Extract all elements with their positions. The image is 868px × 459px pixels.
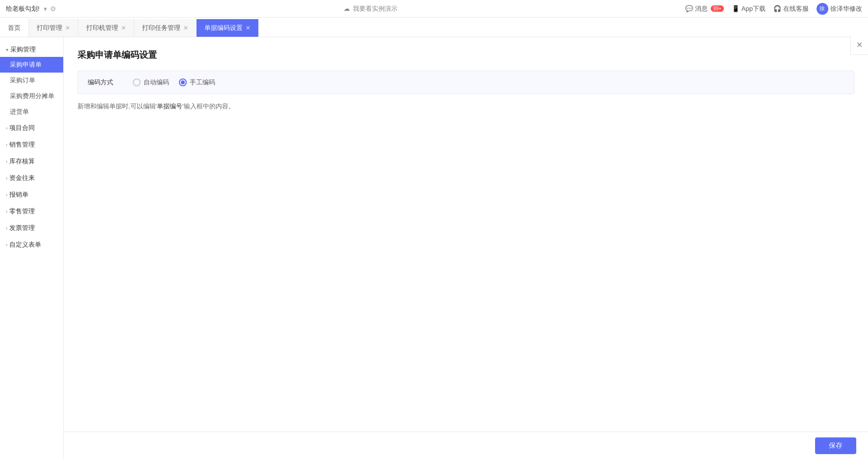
top-bar: 给老板勾划! ▾ ⚙ ☁ 我要看实例演示 💬 消息 99+ 📱 App下载 🎧 … bbox=[0, 0, 868, 18]
phone-icon: 📱 bbox=[732, 5, 740, 12]
tab-print-mgmt[interactable]: 打印管理 ✕ bbox=[29, 19, 78, 37]
chevron-right-icon-sales: › bbox=[6, 142, 7, 148]
encoding-label: 编码方式 bbox=[88, 78, 113, 87]
headset-icon: 🎧 bbox=[773, 5, 781, 12]
sidebar-group-returns[interactable]: › 报销单 bbox=[0, 186, 63, 203]
tab-print-mgmt-label: 打印管理 bbox=[37, 24, 62, 32]
sidebar-group-retail-mgmt[interactable]: › 零售管理 bbox=[0, 203, 63, 220]
chevron-right-icon-inventory: › bbox=[6, 159, 7, 164]
message-button[interactable]: 💬 消息 99+ bbox=[685, 4, 724, 13]
sidebar-item-stock-in[interactable]: 进货单 bbox=[0, 104, 63, 120]
message-badge: 99+ bbox=[711, 5, 724, 12]
demo-link[interactable]: ☁ 我要看实例演示 bbox=[344, 4, 397, 13]
auto-code-radio-circle bbox=[133, 78, 141, 86]
tab-print-task-close[interactable]: ✕ bbox=[183, 25, 188, 31]
sidebar-item-purchase-expense[interactable]: 采购费用分摊单 bbox=[0, 88, 63, 104]
sidebar-group-invoice-mgmt[interactable]: › 发票管理 bbox=[0, 220, 63, 236]
message-icon: 💬 bbox=[685, 5, 693, 12]
tab-print-task-label: 打印任务管理 bbox=[142, 24, 180, 32]
sidebar: ▾ 采购管理 采购申请单 采购订单 采购费用分摊单 进货单 › 项目合同 › 销… bbox=[0, 37, 64, 459]
top-bar-left: 给老板勾划! ▾ ⚙ bbox=[6, 4, 56, 13]
auto-code-label: 自动编码 bbox=[144, 78, 169, 87]
tab-barcode-settings-label: 单据编码设置 bbox=[204, 24, 243, 32]
settings-icon[interactable]: ⚙ bbox=[50, 5, 56, 13]
avatar: 徐 bbox=[817, 3, 828, 15]
chevron-right-icon-invoice: › bbox=[6, 226, 7, 231]
encoding-radio-group: 自动编码 手工编码 bbox=[133, 78, 215, 87]
tab-printer-mgmt[interactable]: 打印机管理 ✕ bbox=[78, 19, 134, 37]
chevron-right-icon-returns: › bbox=[6, 192, 7, 198]
user-profile-button[interactable]: 徐 徐泽华修改 bbox=[817, 3, 862, 15]
page-title: 采购申请单编码设置 bbox=[77, 49, 854, 61]
save-button[interactable]: 保存 bbox=[815, 437, 856, 454]
sidebar-group-purchase-mgmt[interactable]: ▾ 采购管理 bbox=[0, 41, 63, 57]
sidebar-item-purchase-order[interactable]: 采购订单 bbox=[0, 73, 63, 88]
tab-printer-mgmt-label: 打印机管理 bbox=[86, 24, 118, 32]
hint-text-before: 新增和编辑单据时,可以编辑' bbox=[77, 102, 157, 110]
online-service-button[interactable]: 🎧 在线客服 bbox=[773, 4, 809, 13]
sidebar-item-purchase-request[interactable]: 采购申请单 bbox=[0, 57, 63, 73]
auto-code-radio[interactable]: 自动编码 bbox=[133, 78, 169, 87]
hint-text: 新增和编辑单据时,可以编辑'单据编号'输入框中的内容。 bbox=[77, 102, 854, 111]
hint-text-after: '输入框中的内容。 bbox=[182, 102, 234, 110]
top-bar-controls[interactable]: ▾ ⚙ bbox=[44, 5, 56, 13]
tab-bar: 首页 打印管理 ✕ 打印机管理 ✕ 打印任务管理 ✕ 单据编码设置 ✕ ✕ bbox=[0, 18, 868, 37]
chevron-right-icon-project: › bbox=[6, 126, 7, 131]
content-body: 采购申请单编码设置 编码方式 自动编码 手工编码 新增和编辑单据时,可 bbox=[64, 37, 868, 432]
chevron-right-icon-retail: › bbox=[6, 209, 7, 214]
sidebar-group-capital[interactable]: › 资金往来 bbox=[0, 170, 63, 186]
dropdown-icon[interactable]: ▾ bbox=[44, 5, 47, 13]
chevron-right-icon-custom: › bbox=[6, 242, 7, 248]
manual-code-radio-circle bbox=[179, 78, 187, 86]
chevron-down-icon: ▾ bbox=[6, 47, 8, 52]
chevron-right-icon-capital: › bbox=[6, 176, 7, 181]
sidebar-group-inventory[interactable]: › 库存核算 bbox=[0, 153, 63, 170]
tab-printer-mgmt-close[interactable]: ✕ bbox=[121, 25, 126, 31]
tab-print-task[interactable]: 打印任务管理 ✕ bbox=[134, 19, 197, 37]
tab-home-label: 首页 bbox=[8, 24, 21, 32]
encoding-section: 编码方式 自动编码 手工编码 bbox=[77, 71, 854, 94]
content-area: 采购申请单编码设置 编码方式 自动编码 手工编码 新增和编辑单据时,可 bbox=[64, 37, 868, 459]
top-bar-right: 💬 消息 99+ 📱 App下载 🎧 在线客服 徐 徐泽华修改 bbox=[685, 3, 862, 15]
tab-barcode-settings[interactable]: 单据编码设置 ✕ bbox=[197, 19, 259, 37]
hint-highlight: 单据编号 bbox=[157, 102, 182, 110]
sidebar-group-sales-mgmt[interactable]: › 销售管理 bbox=[0, 136, 63, 153]
tab-barcode-settings-close[interactable]: ✕ bbox=[246, 25, 250, 31]
window-close-button[interactable]: ✕ bbox=[850, 35, 868, 55]
content-footer: 保存 bbox=[64, 432, 868, 459]
tab-print-mgmt-close[interactable]: ✕ bbox=[65, 25, 70, 31]
brand-name: 给老板勾划! bbox=[6, 4, 40, 13]
tab-home[interactable]: 首页 bbox=[0, 19, 29, 37]
manual-code-radio[interactable]: 手工编码 bbox=[179, 78, 215, 87]
cloud-icon: ☁ bbox=[344, 5, 350, 12]
sidebar-group-custom-forms[interactable]: › 自定义表单 bbox=[0, 236, 63, 253]
main-layout: ▾ 采购管理 采购申请单 采购订单 采购费用分摊单 进货单 › 项目合同 › 销… bbox=[0, 37, 868, 459]
sidebar-group-project-contract[interactable]: › 项目合同 bbox=[0, 120, 63, 136]
sidebar-group-purchase-label: 采购管理 bbox=[10, 45, 36, 54]
app-download-button[interactable]: 📱 App下载 bbox=[732, 4, 766, 13]
manual-code-label: 手工编码 bbox=[190, 78, 215, 87]
